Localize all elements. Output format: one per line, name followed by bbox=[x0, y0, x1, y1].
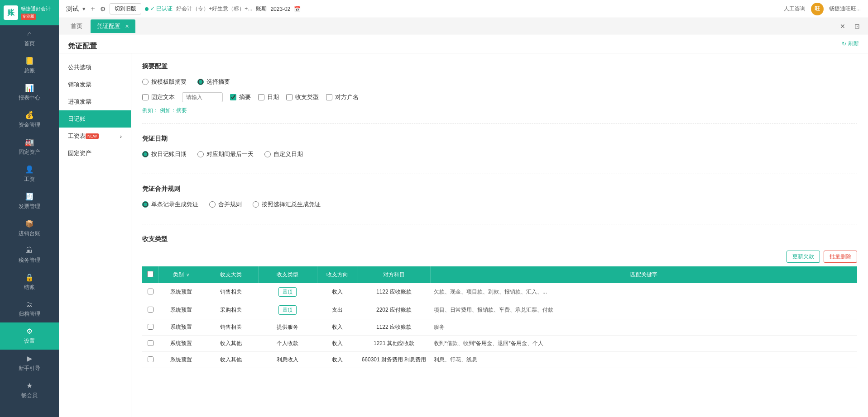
batch-delete-btn[interactable]: 批量删除 bbox=[824, 251, 857, 263]
table-row: 系统预置 销售相关 置顶 收入 1122 应收账款 欠款、现金、项目款、到款、报… bbox=[142, 283, 857, 301]
sidebar-item-reports[interactable]: 📊 报表中心 bbox=[0, 79, 59, 106]
tab-close-btn[interactable]: ✕ bbox=[125, 24, 129, 29]
sidebar-item-salary[interactable]: 👤 工资 bbox=[0, 161, 59, 188]
sidebar-item-reports-label: 报表中心 bbox=[19, 94, 40, 102]
customer-service-btn[interactable]: 人工咨询 bbox=[784, 5, 806, 13]
row-checkbox[interactable] bbox=[148, 324, 153, 330]
accounting-info: 好会计（专）+好生意（标）+... bbox=[176, 5, 252, 13]
checkbox-date[interactable]: 日期 bbox=[258, 93, 279, 101]
sidebar-item-archive[interactable]: 🗂 归档管理 bbox=[0, 296, 59, 322]
page-header: 凭证配置 ↻ 刷新 bbox=[59, 34, 868, 53]
sidebar-item-closing-label: 结账 bbox=[24, 284, 35, 291]
table-header-subtype: 收支类型 bbox=[258, 266, 317, 283]
sidebar-item-funds[interactable]: 💰 资金管理 bbox=[0, 106, 59, 133]
sidebar-item-general-ledger-label: 总账 bbox=[24, 67, 35, 75]
sidebar-item-settings[interactable]: ⚙ 设置 bbox=[0, 322, 59, 350]
sidebar-item-purchase-sales[interactable]: 📦 进销台账 bbox=[0, 215, 59, 242]
checkbox-income-expense-input[interactable] bbox=[286, 94, 293, 100]
summary-radio-select-input[interactable] bbox=[197, 79, 204, 85]
sort-arrow-category[interactable]: ∨ bbox=[186, 272, 189, 277]
summary-radio-select[interactable]: 选择摘要 bbox=[197, 78, 230, 86]
sidebar-item-tax[interactable]: 🏛 税务管理 bbox=[0, 242, 59, 269]
topbar-gear-btn[interactable]: ⚙ bbox=[100, 5, 106, 13]
sidebar-item-invoice-mgmt[interactable]: 🧾 发票管理 bbox=[0, 188, 59, 215]
checkbox-fixed-text-input[interactable] bbox=[142, 94, 149, 100]
checkbox-counterpart-input[interactable] bbox=[326, 94, 332, 100]
fixed-text-input[interactable] bbox=[182, 92, 223, 102]
row-account: 1221 其他应收款 bbox=[358, 336, 430, 352]
row-category: 系统预置 bbox=[158, 336, 204, 352]
row-checkbox-cell bbox=[142, 319, 158, 336]
checkbox-date-input[interactable] bbox=[258, 94, 264, 100]
checkbox-summary[interactable]: 摘要 bbox=[230, 93, 251, 101]
calendar-icon[interactable]: 📅 bbox=[294, 6, 301, 12]
row-checkbox-cell bbox=[142, 352, 158, 368]
merge-single-input[interactable] bbox=[142, 201, 149, 208]
left-nav-journal[interactable]: 日记账 bbox=[59, 110, 131, 128]
row-checkbox[interactable] bbox=[148, 289, 153, 294]
sidebar-item-guide[interactable]: ▶ 新手引导 bbox=[0, 350, 59, 377]
left-nav-sales-invoice[interactable]: 销项发票 bbox=[59, 76, 131, 93]
sidebar-item-closing[interactable]: 🔒 结账 bbox=[0, 269, 59, 296]
summary-radio-template-input[interactable] bbox=[142, 79, 149, 85]
summary-radio-template[interactable]: 按模板版摘要 bbox=[142, 78, 187, 86]
fixed-assets-icon: 🏭 bbox=[25, 138, 34, 147]
row-checkbox[interactable] bbox=[148, 307, 153, 313]
voucher-date-custom-input[interactable] bbox=[264, 151, 271, 157]
merge-radio-merge[interactable]: 合并规则 bbox=[209, 200, 242, 208]
user-avatar[interactable]: 旺 bbox=[811, 3, 824, 15]
checkbox-summary-input[interactable] bbox=[230, 94, 236, 100]
top-badge[interactable]: 置顶 bbox=[278, 305, 297, 315]
left-nav-purchase-invoice[interactable]: 进项发票 bbox=[59, 93, 131, 110]
row-checkbox[interactable] bbox=[148, 340, 153, 346]
refresh-btn[interactable]: ↻ 刷新 bbox=[842, 40, 859, 53]
income-expense-section: 收支类型 更新欠款 批量删除 类别 bbox=[142, 235, 857, 377]
topbar-dropdown-arrow[interactable]: ▾ bbox=[82, 5, 86, 12]
merge-radio-single[interactable]: 单条记录生成凭证 bbox=[142, 200, 198, 208]
left-nav-fixed-assets[interactable]: 固定资产 bbox=[59, 145, 131, 162]
tab-home[interactable]: 首页 bbox=[64, 19, 89, 33]
income-expense-title: 收支类型 bbox=[142, 235, 857, 243]
sidebar-item-fixed-assets[interactable]: 🏭 固定资产 bbox=[0, 133, 59, 161]
switch-old-version-btn[interactable]: 切到旧版 bbox=[110, 3, 141, 14]
expand-icon: › bbox=[120, 133, 122, 140]
top-badge[interactable]: 置顶 bbox=[278, 287, 297, 297]
checkbox-counterpart-name[interactable]: 对方户名 bbox=[326, 93, 359, 101]
update-btn[interactable]: 更新欠款 bbox=[786, 251, 820, 263]
sidebar-item-member-label: 畅会员 bbox=[21, 392, 38, 399]
table-header-category: 类别 ∨ bbox=[158, 266, 204, 283]
merge-merge-input[interactable] bbox=[209, 201, 216, 208]
row-checkbox[interactable] bbox=[148, 356, 153, 362]
settings-icon: ⚙ bbox=[26, 327, 33, 336]
table-row: 系统预置 收入其他 利息收入 收入 660301 财务费用 利息费用 利息、行花… bbox=[142, 352, 857, 368]
table-row: 系统预置 采购相关 置顶 支出 2202 应付账款 项目、日常费用、报销款、车费… bbox=[142, 301, 857, 319]
tab-maximize-btn[interactable]: ⊡ bbox=[852, 22, 863, 31]
tab-minimize-btn[interactable]: ✕ bbox=[837, 22, 848, 31]
sidebar-item-home[interactable]: ⌂ 首页 bbox=[0, 25, 59, 52]
checkbox-fixed-text[interactable]: 固定文本 bbox=[142, 93, 175, 101]
left-nav-salary[interactable]: 工资表 NEW › bbox=[59, 128, 131, 145]
select-all-checkbox[interactable] bbox=[147, 271, 153, 277]
voucher-date-journal-input[interactable] bbox=[142, 151, 149, 157]
voucher-date-period-last-input[interactable] bbox=[197, 151, 204, 157]
row-direction: 收入 bbox=[317, 352, 358, 368]
voucher-date-radio-journal[interactable]: 按日记账日期 bbox=[142, 150, 187, 158]
sidebar: 账 畅捷通好会计 专业版 ⌂ 首页 📒 总账 📊 报表中心 💰 资金管理 🏭 固… bbox=[0, 0, 59, 417]
voucher-date-radio-group: 按日记账日期 对应期间最后一天 自定义日期 bbox=[142, 150, 857, 158]
topbar-add-btn[interactable]: ＋ bbox=[89, 4, 96, 14]
voucher-date-radio-period-last[interactable]: 对应期间最后一天 bbox=[197, 150, 254, 158]
body-layout: 公共选项 销项发票 进项发票 日记账 工资表 NEW › 固定资产 bbox=[59, 53, 868, 417]
sidebar-item-general-ledger[interactable]: 📒 总账 bbox=[0, 52, 59, 79]
merge-radio-summary[interactable]: 按照选择汇总生成凭证 bbox=[253, 200, 321, 208]
left-nav-public[interactable]: 公共选项 bbox=[59, 59, 131, 76]
tab-voucher-config[interactable]: 凭证配置 ✕ bbox=[91, 19, 135, 33]
sidebar-item-member[interactable]: ★ 畅会员 bbox=[0, 377, 59, 404]
row-major: 销售相关 bbox=[204, 319, 258, 336]
member-icon: ★ bbox=[26, 381, 33, 390]
table-header-keyword: 匹配关键字 bbox=[430, 266, 857, 283]
tab-voucher-config-label: 凭证配置 bbox=[97, 23, 120, 29]
merge-summary-input[interactable] bbox=[253, 201, 259, 208]
voucher-date-radio-custom[interactable]: 自定义日期 bbox=[264, 150, 303, 158]
topbar-module-title: 测试 bbox=[66, 5, 79, 13]
checkbox-income-expense-type[interactable]: 收支类型 bbox=[286, 93, 319, 101]
